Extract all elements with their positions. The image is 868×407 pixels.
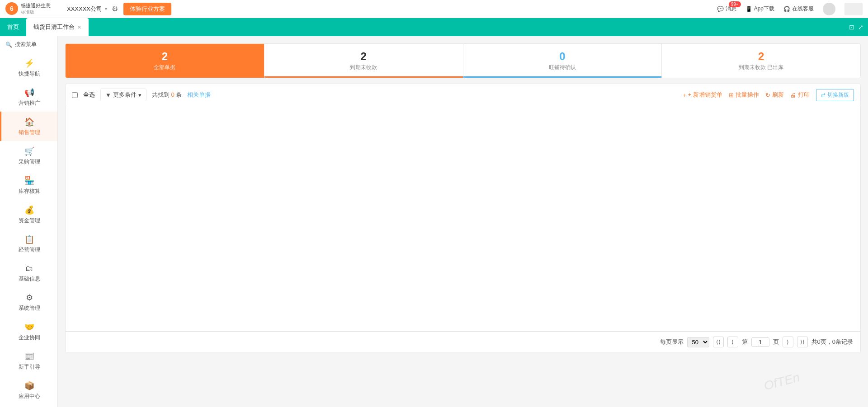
headset-icon: 🎧 (783, 6, 790, 12)
page-number-input[interactable] (751, 337, 769, 347)
stats-tab-overdue[interactable]: 2 到期未收款 (264, 44, 463, 78)
sidebar-item-operations[interactable]: 📋 经营管理 (0, 229, 57, 258)
sidebar-item-finance[interactable]: 💰 资金管理 (0, 200, 57, 229)
search-icon: 🔍 (5, 42, 12, 48)
online-service-action[interactable]: 🎧 在线客服 (783, 5, 814, 13)
batch-action-button[interactable]: ⊞ 批量操作 (729, 91, 759, 99)
phone-icon: 📱 (745, 6, 752, 12)
tab-workbench[interactable]: 钱货日清工作台 ✕ (26, 18, 89, 36)
message-icon: 💬 (717, 6, 724, 12)
refresh-button[interactable]: ↻ 刷新 (765, 91, 784, 99)
page-prefix: 第 (742, 338, 748, 346)
page-suffix: 页 (773, 338, 779, 346)
sidebar-item-inventory[interactable]: 🏪 库存核算 (0, 170, 57, 200)
online-service-label: 在线客服 (792, 5, 814, 13)
refresh-label: 刷新 (772, 91, 784, 99)
per-page-select[interactable]: 50 (687, 337, 709, 347)
new-sales-order-button[interactable]: + + 新增销货单 (683, 91, 722, 99)
select-all-checkbox[interactable] (72, 92, 78, 98)
settings-icon[interactable]: ⚙ (112, 5, 118, 13)
sidebar-item-system[interactable]: ⚙ 系统管理 (0, 287, 57, 317)
next-page-button[interactable]: ⟩ (783, 337, 793, 347)
related-records-link[interactable]: 相关单据 (187, 91, 211, 99)
guide-icon: 📰 (24, 351, 34, 361)
logo-icon: 6 (5, 2, 18, 15)
tab-workbench-label: 钱货日清工作台 (33, 23, 75, 31)
sidebar-label-quick-nav: 快捷导航 (19, 70, 40, 78)
sales-icon: 🏠 (24, 117, 34, 127)
print-icon: 🖨 (790, 92, 796, 98)
tab-close-icon[interactable]: ✕ (77, 24, 81, 30)
sidebar-label-inventory: 库存核算 (19, 187, 40, 195)
sidebar-label-finance: 资金管理 (19, 217, 40, 225)
sidebar-label-guide: 新手引导 (19, 363, 40, 371)
stats-tab-overdue-out[interactable]: 2 到期未收款 已出库 (662, 44, 860, 78)
chevron-down-icon: ▾ (105, 6, 107, 11)
tab-indicator-pending (463, 76, 662, 78)
sidebar-item-marketing[interactable]: 📢 营销推广 (0, 82, 57, 112)
sidebar-item-base-info[interactable]: 🗂 基础信息 (0, 258, 57, 287)
logo-area: 6 畅捷通好生意 标准版 (5, 2, 63, 15)
messages-action[interactable]: 💬 消息 99+ (717, 5, 736, 13)
found-text: 共找到 0 条 (152, 91, 182, 99)
quick-nav-icon: ⚡ (24, 58, 34, 68)
switch-icon: ⇄ (821, 92, 826, 98)
sidebar-item-sales[interactable]: 🏠 销售管理 (0, 112, 57, 141)
logo-text-block: 畅捷通好生意 标准版 (21, 2, 51, 15)
sidebar-item-app-center[interactable]: 📦 应用中心 (0, 375, 57, 405)
sidebar-search-label: 搜索菜单 (15, 41, 37, 48)
pagination-bar: 每页显示 50 ⟨⟨ ⟨ 第 页 ⟩ ⟩⟩ 共0页，0条记录 (65, 332, 861, 352)
tab-bar: 首页 钱货日清工作台 ✕ ⊡ ⤢ (0, 18, 868, 36)
logo-name: 畅捷通好生意 (21, 2, 51, 9)
sidebar-label-system: 系统管理 (19, 304, 40, 312)
tab-home-label: 首页 (7, 23, 19, 31)
tab-maximize-icon[interactable]: ⤢ (858, 23, 863, 31)
last-page-button[interactable]: ⟩⟩ (797, 337, 808, 347)
sidebar-item-guide[interactable]: 📰 新手引导 (0, 346, 57, 375)
toolbar-right: + + 新增销货单 ⊞ 批量操作 ↻ 刷新 🖨 打印 ⇄ 切换新版 (683, 89, 854, 101)
sidebar-label-base-info: 基础信息 (19, 275, 40, 283)
found-prefix: 共找到 (152, 91, 170, 98)
stats-num-all: 2 (69, 50, 260, 63)
app-download-action[interactable]: 📱 App下载 (745, 5, 774, 13)
found-unit: 条 (176, 91, 182, 98)
sidebar-item-enterprise[interactable]: 🤝 企业协同 (0, 317, 57, 346)
logo-subtitle: 标准版 (21, 9, 51, 15)
finance-icon: 💰 (24, 205, 34, 215)
sidebar-search[interactable]: 🔍 搜索菜单 (0, 36, 57, 53)
system-icon: ⚙ (26, 293, 33, 303)
trial-button[interactable]: 体验行业方案 (123, 3, 171, 15)
toolbar: 全选 ▼ 更多条件 ▾ 共找到 0 条 相关单据 + + 新增销货单 (65, 84, 861, 106)
operations-icon: 📋 (24, 234, 34, 244)
tab-minimize-icon[interactable]: ⊡ (849, 23, 854, 31)
per-page-label: 每页显示 (660, 338, 684, 346)
app-download-label: App下载 (754, 5, 774, 13)
stats-tab-all[interactable]: 2 全部单据 (66, 44, 264, 78)
filter-button[interactable]: ▼ 更多条件 ▾ (100, 89, 146, 101)
stats-label-overdue-out: 到期未收款 已出库 (665, 64, 857, 71)
stats-tab-pending[interactable]: 0 旺铺待确认 (463, 44, 662, 78)
company-selector[interactable]: XXXXXX公司 ▾ (67, 5, 107, 13)
prev-page-button[interactable]: ⟨ (727, 337, 738, 347)
switch-label: 切换新版 (827, 91, 849, 99)
first-page-button[interactable]: ⟨⟨ (713, 337, 724, 347)
tab-home[interactable]: 首页 (0, 18, 26, 36)
sidebar-item-purchase[interactable]: 🛒 采购管理 (0, 141, 57, 170)
switch-version-button[interactable]: ⇄ 切换新版 (816, 89, 854, 101)
filter-label: 更多条件 (113, 91, 137, 99)
user-menu[interactable] (844, 3, 863, 15)
found-count: 0 (171, 91, 175, 98)
stats-num-overdue-out: 2 (665, 50, 857, 63)
sidebar-item-wechat[interactable]: 💬 企业微信 (0, 405, 57, 407)
top-header: 6 畅捷通好生意 标准版 XXXXXX公司 ▾ ⚙ 体验行业方案 💬 消息 99… (0, 0, 868, 18)
purchase-icon: 🛒 (24, 146, 34, 156)
print-button[interactable]: 🖨 打印 (790, 91, 810, 99)
sidebar-item-quick-nav[interactable]: ⚡ 快捷导航 (0, 53, 57, 82)
sidebar-label-sales: 销售管理 (19, 129, 40, 136)
inventory-icon: 🏪 (24, 176, 34, 186)
refresh-icon: ↻ (765, 92, 770, 98)
content-area: 2 全部单据 2 到期未收款 0 旺铺待确认 2 到期未收款 已出库 全选 (58, 36, 868, 407)
marketing-icon: 📢 (24, 88, 34, 98)
app-center-icon: 📦 (24, 381, 34, 391)
avatar[interactable] (823, 3, 835, 15)
